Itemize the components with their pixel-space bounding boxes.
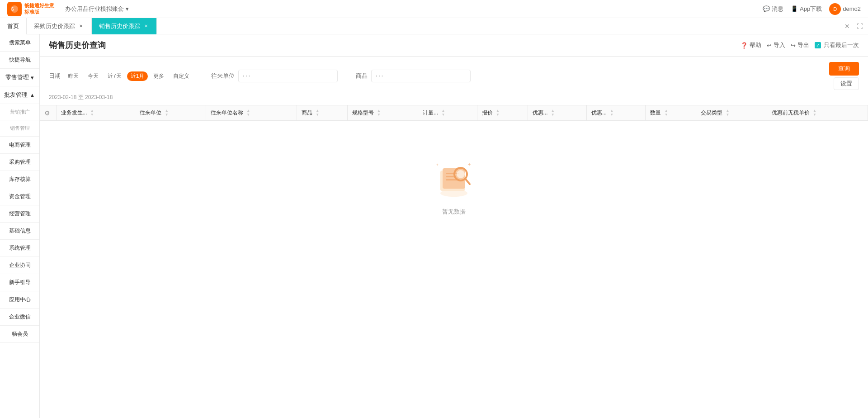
sidebar-item-enterprise-collab[interactable]: 企业协同 (0, 257, 39, 274)
th-price[interactable]: 报价 ▲ ▼ (477, 105, 528, 121)
sidebar-item-enterprise-wechat[interactable]: 企业微信 (0, 309, 39, 326)
sidebar-item-retail[interactable]: 零售管理 ▾ (0, 69, 39, 86)
sort-icons: ▲ ▼ (377, 109, 381, 117)
partner-filter-group: 往来单位 ··· (211, 70, 338, 82)
table-header-row: ⚙ 业务发生... ▲ ▼ 往来单位 ▲ (40, 105, 868, 121)
sidebar-item-newbie[interactable]: 新手引导 (0, 274, 39, 291)
th-partner-name[interactable]: 往来单位名称 ▲ ▼ (206, 105, 297, 121)
gear-icon[interactable]: ⚙ (44, 109, 50, 117)
sidebar-item-inventory[interactable]: 库存核算 (0, 171, 39, 188)
query-button[interactable]: 查询 (829, 62, 859, 76)
chevron-up-icon: ▲ (29, 92, 35, 99)
top-bar-left: 6 畅捷通好生意 标准版 办公用品行业模拟账套 ▾ (7, 2, 129, 16)
sidebar-item-sales-mgmt[interactable]: 销售管理 (0, 120, 39, 137)
sidebar-item-finance[interactable]: 资金管理 (0, 188, 39, 205)
sidebar-item-label: 新手引导 (2, 279, 38, 286)
sidebar-item-purchase[interactable]: 采购管理 (0, 154, 39, 171)
sidebar-item-vip[interactable]: 畅会员 (0, 326, 39, 343)
message-label: 消息 (772, 5, 783, 13)
partner-input-dots: ··· (242, 72, 251, 80)
goods-input[interactable]: ··· (371, 70, 471, 82)
app-selector[interactable]: 办公用品行业模拟账套 ▾ (65, 5, 129, 13)
empty-state-row: ✦ ✦ 暂无数据 (40, 121, 868, 252)
date-btn-7days[interactable]: 近7天 (104, 71, 125, 81)
logo-text: 畅捷通好生意 标准版 (24, 3, 54, 14)
logo-icon: 6 (7, 2, 22, 16)
main-layout: 搜索菜单 快捷导航 零售管理 ▾ 批发管理 ▲ 营销推广 销售管理 电商管理 采… (0, 34, 868, 418)
tab-sales-history-close[interactable]: ✕ (143, 23, 149, 29)
import-button[interactable]: ↩ 导入 (767, 41, 785, 49)
th-spec[interactable]: 规格型号 ▲ ▼ (347, 105, 418, 121)
sidebar-item-search[interactable]: 搜索菜单 (0, 34, 39, 52)
sort-icons: ▲ ▼ (665, 109, 668, 117)
page-title: 销售历史价查询 (49, 40, 106, 51)
sidebar-item-quick-nav[interactable]: 快捷导航 (0, 52, 39, 69)
sort-icons: ▲ ▼ (496, 109, 500, 117)
app-download-button[interactable]: 📱 App下载 (791, 5, 822, 13)
date-btn-today[interactable]: 今天 (84, 71, 102, 81)
goods-filter-group: 商品 ··· (356, 70, 471, 82)
fullscreen-button[interactable]: ⛶ (855, 22, 864, 31)
sort-icons: ▲ ▼ (610, 109, 613, 117)
th-trade-type[interactable]: 交易类型 ▲ ▼ (696, 105, 767, 121)
action-buttons: 查询 设置 (829, 62, 859, 90)
th-biz-date[interactable]: 业务发生... ▲ ▼ (56, 105, 135, 121)
goods-input-dots: ··· (375, 72, 384, 80)
th-discount2[interactable]: 优惠... ▲ ▼ (586, 105, 645, 121)
sidebar-item-label: 系统管理 (2, 244, 38, 252)
sidebar-item-label: 营销推广 (2, 109, 38, 115)
sidebar-item-label: 电商管理 (2, 141, 38, 149)
tab-home[interactable]: 首页 (0, 18, 27, 34)
th-goods[interactable]: 商品 ▲ ▼ (297, 105, 347, 121)
th-unit[interactable]: 计量... ▲ ▼ (418, 105, 477, 121)
import-label: 导入 (774, 41, 785, 49)
date-btn-custom[interactable]: 自定义 (170, 71, 193, 81)
date-btn-more[interactable]: 更多 (150, 71, 168, 81)
sidebar-item-label: 批发管理 (4, 91, 28, 99)
settings-button[interactable]: 设置 (834, 77, 859, 90)
date-label: 日期 (49, 72, 61, 80)
close-all-tabs-button[interactable]: ✕ (843, 22, 852, 31)
message-button[interactable]: 💬 消息 (763, 5, 783, 13)
sidebar-item-app-center[interactable]: 应用中心 (0, 291, 39, 309)
th-partner-code[interactable]: 往来单位 ▲ ▼ (135, 105, 206, 121)
sort-icons: ▲ ▼ (316, 109, 319, 117)
table-container[interactable]: ⚙ 业务发生... ▲ ▼ 往来单位 ▲ (40, 105, 868, 418)
empty-state: ✦ ✦ 暂无数据 (40, 121, 868, 252)
date-options: 昨天 今天 近7天 近1月 更多 自定义 (64, 71, 193, 81)
user-menu[interactable]: D demo2 (829, 3, 861, 15)
export-button[interactable]: ↪ 导出 (791, 41, 809, 49)
partner-input[interactable]: ··· (238, 70, 338, 82)
sidebar-item-operations[interactable]: 经营管理 (0, 205, 39, 223)
app-download-label: App下载 (800, 5, 822, 13)
tab-bar: 首页 采购历史价跟踪 ✕ 销售历史价跟踪 ✕ ✕ ⛶ (0, 18, 868, 34)
sort-icons: ▲ ▼ (813, 109, 816, 117)
import-icon: ↩ (767, 42, 772, 49)
sidebar: 搜索菜单 快捷导航 零售管理 ▾ 批发管理 ▲ 营销推广 销售管理 电商管理 采… (0, 34, 40, 418)
logo-area: 6 畅捷通好生意 标准版 (7, 2, 54, 16)
th-discount1[interactable]: 优惠... ▲ ▼ (528, 105, 586, 121)
th-pretax-price[interactable]: 优惠前无税单价 ▲ ▼ (767, 105, 868, 121)
date-btn-1month[interactable]: 近1月 (127, 71, 148, 81)
message-icon: 💬 (763, 5, 770, 12)
date-btn-yesterday[interactable]: 昨天 (64, 71, 82, 81)
th-quantity[interactable]: 数量 ▲ ▼ (646, 105, 696, 121)
th-gear[interactable]: ⚙ (40, 105, 56, 121)
sort-icons: ▲ ▼ (246, 109, 250, 117)
tab-purchase-history[interactable]: 采购历史价跟踪 ✕ (27, 18, 92, 34)
tab-bar-actions: ✕ ⛶ (843, 22, 868, 31)
workspace-label: 办公用品行业模拟账套 (65, 5, 124, 13)
tab-purchase-history-close[interactable]: ✕ (78, 23, 84, 29)
only-last-checkbox[interactable]: 只看最后一次 (815, 41, 859, 49)
sidebar-item-system[interactable]: 系统管理 (0, 240, 39, 257)
sidebar-item-ecommerce[interactable]: 电商管理 (0, 137, 39, 154)
sidebar-item-wholesale[interactable]: 批发管理 ▲ (0, 86, 39, 104)
sidebar-item-marketing[interactable]: 营销推广 (0, 104, 39, 120)
sort-icons: ▲ ▼ (442, 109, 445, 117)
tab-sales-history[interactable]: 销售历史价跟踪 ✕ (92, 18, 157, 34)
help-button[interactable]: ❓ 帮助 (741, 41, 761, 49)
date-filter-group: 日期 昨天 今天 近7天 近1月 更多 自定义 (49, 71, 193, 81)
sidebar-item-basic-info[interactable]: 基础信息 (0, 223, 39, 240)
header-actions: ❓ 帮助 ↩ 导入 ↪ 导出 只看最后一次 (741, 41, 859, 49)
checkbox-icon (815, 42, 821, 48)
